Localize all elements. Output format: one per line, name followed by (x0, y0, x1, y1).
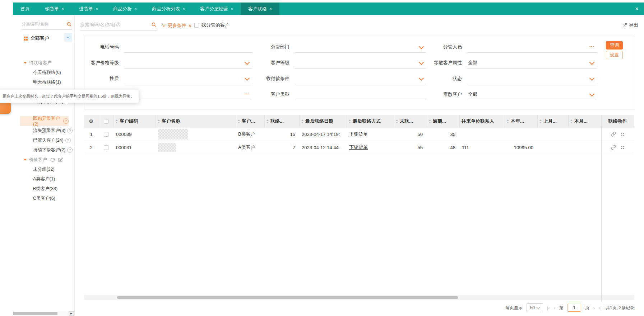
tree-item-repurchase-abnormal-selected[interactable]: 回购异常客户(2)? (20, 116, 69, 126)
tree-item-class-b[interactable]: B类客户(33) (13, 184, 74, 194)
my-customers-checkbox[interactable] (194, 23, 199, 28)
edit-icon[interactable] (58, 157, 63, 162)
sort-icon[interactable] (539, 119, 542, 123)
header-contact-count[interactable]: 联络... (265, 115, 300, 128)
my-customers-filter[interactable]: 我分管的客户 (194, 22, 230, 28)
tree-item-churn-warning[interactable]: 流失预警客户(3)? (13, 126, 74, 136)
close-tab-icon[interactable]: × (61, 6, 64, 11)
close-tab-icon[interactable]: × (134, 6, 137, 11)
tree-item-class-a[interactable]: A类客户(1) (13, 174, 74, 184)
header-customer-grade[interactable]: 客户... (236, 115, 265, 128)
sort-icon[interactable] (570, 119, 573, 123)
chevron-down-icon[interactable] (245, 76, 250, 81)
tree-group-pending-contact[interactable]: 待联络客户 (13, 58, 74, 68)
sort-icon[interactable] (429, 119, 431, 123)
sidebar-collapse-button[interactable]: « (64, 33, 72, 42)
row-checkbox[interactable] (104, 145, 108, 150)
header-customer-code[interactable]: 客户编码 (114, 115, 156, 128)
tab-product-analysis-list[interactable]: 商品分析列表× (144, 3, 193, 15)
department-select[interactable] (295, 42, 426, 53)
window-close-icon[interactable]: × (630, 3, 644, 15)
tab-customer-contact-active[interactable]: 客户联络× (241, 3, 279, 15)
hidden-picker[interactable]: ... (124, 89, 252, 100)
first-page-button[interactable]: |‹ (547, 305, 550, 311)
sort-icon[interactable] (116, 119, 118, 123)
tree-item-tomorrow-pending[interactable]: 明天待联络(1) (13, 77, 74, 87)
refresh-icon[interactable] (50, 157, 55, 162)
chevron-down-icon[interactable] (419, 76, 424, 81)
sort-icon[interactable] (349, 119, 351, 123)
header-this-month[interactable]: 本月... (569, 115, 601, 128)
query-button[interactable]: 查询 (606, 41, 623, 49)
search-icon[interactable] (151, 22, 157, 27)
help-icon[interactable]: ? (65, 138, 71, 143)
retail-customer-select[interactable]: 全部 (467, 89, 597, 100)
close-tab-icon[interactable]: × (269, 6, 272, 11)
sales-order-link[interactable]: 下销货单 (349, 144, 368, 151)
more-filters-toggle[interactable]: 更多条件 ∧ (162, 22, 192, 29)
close-tab-icon[interactable]: × (182, 6, 185, 11)
per-page-select[interactable]: 50 (527, 303, 543, 312)
actions-grid-icon[interactable] (620, 132, 625, 137)
tab-customer-segmentation[interactable]: 客户分层经营× (193, 3, 241, 15)
gear-icon[interactable]: ⚙ (89, 118, 93, 124)
sort-icon[interactable] (396, 119, 398, 123)
tab-product-analysis[interactable]: 商品分析× (106, 3, 144, 15)
help-icon[interactable]: ? (63, 118, 69, 124)
category-search-input[interactable] (22, 20, 62, 28)
table-horizontal-scrollbar[interactable] (84, 295, 634, 300)
help-icon[interactable]: ? (67, 147, 73, 153)
header-uncontacted[interactable]: 未联... (394, 115, 427, 128)
scrollbar-thumb[interactable] (117, 296, 458, 299)
tree-item-class-c[interactable]: C类客户(6) (13, 194, 74, 203)
header-overdue[interactable]: 逾期... (427, 115, 460, 128)
header-this-year[interactable]: 本年... (505, 115, 538, 128)
sidebar-item-all-customers[interactable]: 全部客户 (24, 34, 63, 43)
tree-item-continuous-decline[interactable]: 持续下滑客户(2)? (13, 145, 74, 155)
scrollbar-right-arrow[interactable]: ▶ (69, 311, 74, 316)
status-select[interactable] (467, 73, 597, 84)
header-customer-name[interactable]: 客户名称 (156, 115, 236, 128)
chevron-down-icon[interactable] (589, 60, 594, 65)
next-page-button[interactable]: › (593, 305, 595, 311)
close-tab-icon[interactable]: × (231, 6, 233, 11)
last-page-button[interactable]: ›| (599, 305, 602, 311)
close-tab-icon[interactable]: × (96, 6, 98, 11)
retail-attr-select[interactable]: 全部 (467, 57, 597, 69)
customer-type-input[interactable] (295, 89, 426, 100)
link-icon[interactable] (611, 145, 616, 150)
actions-grid-icon[interactable] (620, 145, 625, 150)
customer-grade-select[interactable] (295, 57, 426, 69)
settings-button[interactable]: 设置 (606, 51, 623, 59)
chevron-down-icon[interactable] (419, 60, 424, 65)
header-contact-person[interactable]: 往来单位联系人 (460, 115, 505, 128)
sort-icon[interactable] (158, 119, 160, 123)
customer-search-input[interactable] (80, 20, 145, 29)
chevron-down-icon[interactable] (419, 44, 424, 49)
sort-icon[interactable] (507, 119, 509, 123)
tree-item-today-pending[interactable]: 今天待联络(0) (13, 68, 74, 77)
row-checkbox[interactable] (104, 132, 108, 137)
export-button[interactable]: 导出 (622, 22, 638, 28)
tree-item-churned[interactable]: 已流失客户(24)? (13, 136, 74, 145)
floating-side-handle[interactable] (0, 102, 11, 114)
select-all-header[interactable] (98, 115, 114, 128)
header-last-contact-method[interactable]: 最后联络方式 (347, 115, 394, 128)
sort-icon[interactable] (238, 119, 240, 123)
chevron-down-icon[interactable] (589, 91, 594, 96)
ellipsis-icon[interactable]: ... (589, 43, 594, 48)
header-last-month[interactable]: 上月... (538, 115, 569, 128)
tab-purchase-order[interactable]: 进货单× (71, 3, 106, 15)
search-icon[interactable] (66, 22, 72, 27)
manager-picker[interactable]: ... (467, 42, 597, 53)
header-last-contact-date[interactable]: 最后联络日期 (300, 115, 347, 128)
link-icon[interactable] (611, 132, 616, 137)
tab-sales-order[interactable]: 销货单× (37, 3, 71, 15)
column-settings-header[interactable]: ⚙ (84, 115, 98, 128)
payment-terms-select[interactable] (295, 73, 426, 84)
tab-home[interactable]: 首页 (13, 3, 37, 15)
select-all-checkbox[interactable] (104, 119, 108, 124)
chevron-down-icon[interactable] (245, 60, 250, 65)
sales-order-link[interactable]: 下销货单 (349, 131, 368, 137)
chevron-down-icon[interactable] (589, 76, 594, 81)
